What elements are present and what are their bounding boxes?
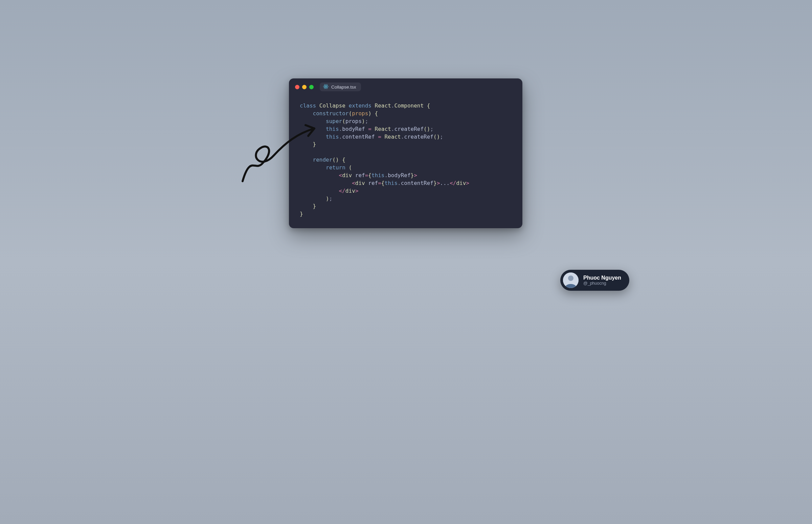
- code-window: Collapse.tsx class Collapse extends Reac…: [289, 79, 522, 228]
- author-text: Phuoc Nguyen @_phuocng: [583, 275, 621, 286]
- svg-point-3: [324, 84, 328, 89]
- svg-point-5: [568, 276, 573, 281]
- code-block: class Collapse extends React.Component {…: [289, 95, 522, 228]
- tab-label: Collapse.tsx: [331, 84, 356, 89]
- traffic-light-minimize-icon[interactable]: [302, 85, 306, 89]
- file-tab[interactable]: Collapse.tsx: [320, 82, 361, 91]
- author-badge[interactable]: Phuoc Nguyen @_phuocng: [560, 270, 629, 291]
- traffic-light-zoom-icon[interactable]: [309, 85, 314, 89]
- traffic-light-close-icon[interactable]: [295, 85, 299, 89]
- avatar: [563, 273, 578, 288]
- react-icon: [323, 84, 329, 89]
- traffic-lights: [295, 85, 314, 89]
- author-handle: @_phuocng: [583, 281, 621, 286]
- titlebar: Collapse.tsx: [289, 79, 522, 95]
- author-name: Phuoc Nguyen: [583, 275, 621, 281]
